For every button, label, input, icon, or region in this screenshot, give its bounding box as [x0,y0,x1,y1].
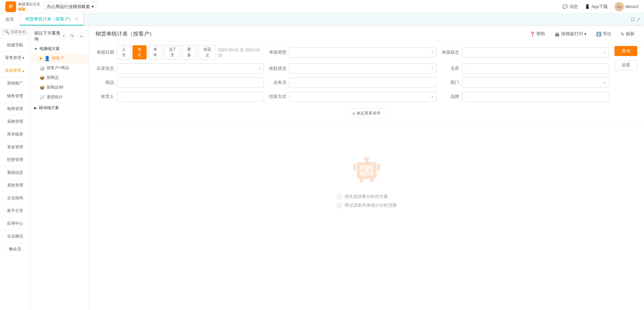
scheme-item-returns[interactable]: 📈 退货统计 [30,92,89,102]
header-right: 💬 消息 📱 App下载 Ea demo2 [562,2,639,11]
chevron-down-icon: ▾ [431,51,433,54]
tab-sales-label: 销货单统计表（按客户） [25,16,73,22]
sidebar-item-retail[interactable]: 零售管理 ▼ [0,52,30,64]
scheme-group-pc-title[interactable]: ▼ 电脑端方案 [30,44,89,53]
filter-top-row: 单据日期 上月 本月 本年 近7天 更多 自定义 2023-03-01 至 20… [96,45,637,106]
date-btn-custom[interactable]: 自定义 [198,45,216,59]
download-icon: 📱 [585,4,590,9]
brand-label: 品牌 [441,94,459,100]
date-btn-7days[interactable]: 近7天 [164,45,180,59]
warehouse-select[interactable]: ··· [462,63,609,73]
scheme-group-mobile-title[interactable]: ▶ 移动端方案 [30,103,89,112]
collapse-btn[interactable]: ∧ 收起更多条件 [346,108,386,118]
sidebar-item-wechat[interactable]: 企业微信 [0,230,30,243]
sidebar-item-enterprise[interactable]: 企业协同 [0,192,30,205]
scheme-collapse-btn[interactable]: « [78,33,85,40]
sidebar-item-basic-info[interactable]: 基础信息 [0,166,30,179]
search-icon: 🔍 [4,30,9,34]
sidebar-item-finance[interactable]: 资金管理 [0,141,30,154]
close-icon[interactable]: × [75,17,78,21]
tab-sales-report[interactable]: 销货单统计表（按客户） × [20,13,84,25]
scheme-item-customer-goods[interactable]: 📊 按客户+商品 [30,63,89,73]
tab-home[interactable]: 首页 [0,13,20,25]
sidebar-item-apps[interactable]: 应用中心 [0,217,30,230]
date-label: 单据日期 [96,49,114,55]
sidebar-item-ecommerce[interactable]: 电商管理 [0,103,30,115]
settlement-select[interactable]: ▾ [289,92,436,102]
chevron-icon: ▲ [22,69,25,72]
receipt-status-select[interactable]: ▾ [289,63,436,73]
empty-hint-2: 2 用过滤条件来缩小分析范围 [336,201,397,210]
app-download-btn[interactable]: 📱 App下载 [585,4,608,10]
tab-home-label: 首页 [5,16,14,22]
page-actions: ❓ 帮助 🖨️ 按模板打印 ▾ ⬇️ 导出 ↻ 刷新 [527,30,637,38]
sidebar-search-area: 🔍 搜索菜单 [0,25,30,39]
svg-rect-10 [360,178,363,182]
svg-rect-8 [353,164,356,170]
returns-icon: 📈 [40,95,45,100]
restore-icon[interactable]: ⊡ [631,16,635,22]
sidebar-item-marketing[interactable]: 营销推广 [0,77,30,90]
date-btn-more[interactable]: 更多 [182,45,196,59]
goods-icon: 📦 [40,75,45,80]
goods99-icon: 📦 [40,85,45,90]
refresh-btn[interactable]: ↻ 刷新 [618,30,637,38]
export-btn[interactable]: ⬇️ 导出 [593,30,614,38]
salesperson-select[interactable]: ··· [289,78,436,88]
print-arrow-icon: ▾ [584,32,587,37]
empty-hints: 1 请先选择要分析的方案 2 用过滤条件来缩小分析范围 [336,192,397,210]
scheme-item-by-customer[interactable]: 👤 按客户 [30,53,89,63]
scheme-edit-btn[interactable]: ✎ [69,33,76,40]
user-profile[interactable]: Ea demo2 [614,2,639,11]
message-btn[interactable]: 💬 消息 [562,4,578,10]
svg-point-3 [368,169,372,172]
empty-hint-1: 1 请先选择要分析的方案 [336,192,397,201]
goods-select[interactable]: ··· [117,78,264,88]
chevron-down-icon: ▾ [431,67,433,70]
salesperson-label: 业务员 [268,80,286,86]
print-btn[interactable]: 🖨️ 按模板打印 ▾ [552,30,589,38]
scheme-add-btn[interactable]: + [60,33,67,40]
industry-selector[interactable]: 办公用品行业模拟账套 ▾ [44,2,97,11]
out-status-select[interactable]: ▾ [117,63,264,73]
receiver-label: 收货人 [96,94,114,100]
svg-point-2 [362,169,365,172]
scheme-item-by-goods[interactable]: 📦 按商品 [30,73,89,83]
date-btn-last-month[interactable]: 上月 [117,45,130,59]
sidebar-item-member[interactable]: 畅会员 [0,243,30,256]
sidebar-item-wholesale[interactable]: 批发管理 ▲ [0,64,30,77]
customer-icon: 👤 [44,56,50,61]
settings-button[interactable]: 设置 [614,60,637,70]
scheme-group-mobile: ▶ 移动端方案 [30,103,89,112]
receiver-select[interactable]: ··· [117,92,264,102]
doc-status-select[interactable]: ▾ [462,47,609,57]
expand-icon[interactable]: ⤢ [636,16,641,22]
sidebar-item-shortcuts[interactable]: 快捷导航 [0,39,30,52]
sidebar-item-sales[interactable]: 销售管理 [0,90,30,103]
department-select[interactable]: ▾ [462,78,609,88]
svg-rect-9 [377,164,380,170]
collapse-row: ∧ 收起更多条件 [96,106,637,121]
filter-row-4: 收货人 ··· 结算方式 ▾ [96,92,609,102]
sidebar-item-system[interactable]: 系统管理 [0,179,30,192]
filter-date-cell: 单据日期 上月 本月 本年 近7天 更多 自定义 2023-03-01 至 20… [96,45,264,59]
brand-select[interactable]: ··· [462,92,609,102]
date-picker-area: 上月 本月 本年 近7天 更多 自定义 2023-03-01 至 2023-03… [117,45,264,59]
filter-buttons: 查询 设置 [614,45,637,70]
search-menu-btn[interactable]: 🔍 搜索菜单 [1,28,29,36]
sidebar-item-guide[interactable]: 新手引导 [0,205,30,217]
query-button[interactable]: 查询 [614,46,637,56]
help-btn[interactable]: ❓ 帮助 [527,30,548,38]
active-dot [40,57,42,59]
scheme-panel: 按以下方案查询 + ✎ « ▼ 电脑端方案 👤 按客户 [30,25,89,310]
doc-type-select[interactable]: ▾ [289,47,436,57]
date-btn-this-year[interactable]: 本年 [149,45,162,59]
sidebar-item-inventory[interactable]: 库存核算 [0,128,30,141]
receiptstatus-label: 收款状态 [268,65,286,71]
scheme-item-by-goods99[interactable]: 📦 按商品99 [30,83,89,92]
filter-row-2: 出库状态 ▾ 收款状态 ▾ [96,63,609,73]
filter-fields: 单据日期 上月 本月 本年 近7天 更多 自定义 2023-03-01 至 20… [96,45,609,106]
sidebar-item-operations[interactable]: 经营管理 [0,154,30,166]
sidebar-item-purchase[interactable]: 采购管理 [0,115,30,128]
date-btn-this-month[interactable]: 本月 [132,45,146,59]
